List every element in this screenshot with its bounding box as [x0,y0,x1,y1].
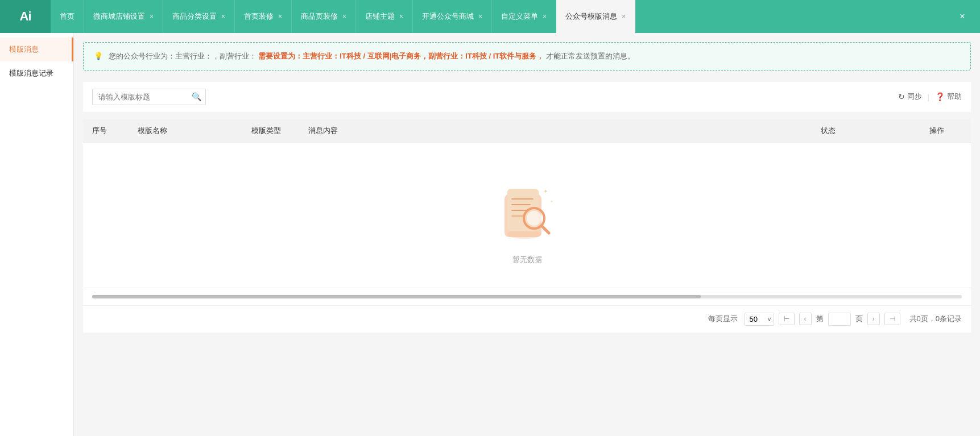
sidebar-item-template-msg[interactable]: 模版消息 [0,38,73,61]
tab-shop-settings-close[interactable]: × [150,13,154,20]
tab-template-msg-close[interactable]: × [622,13,626,20]
svg-point-8 [527,211,541,226]
th-content: 消息内容 [299,119,812,143]
table-header: 序号 模版名称 模版类型 消息内容 状态 操作 [83,119,971,143]
sync-icon: ↻ [898,92,905,101]
th-seq: 序号 [83,119,129,143]
th-status: 状态 [812,119,903,143]
notice-bar: 💡 您的公众号行业为：主营行业：，副营行业： 需要设置为：主营行业：IT科技 /… [83,42,971,70]
tab-product-decor-label: 商品页装修 [301,11,338,22]
help-button[interactable]: ❓ 帮助 [935,92,962,102]
search-bar: 🔍 ↻ 同步 | ❓ 帮助 [83,82,971,112]
th-action: 操作 [903,119,971,143]
th-name: 模版名称 [129,119,242,143]
empty-state: ✦ ✦ 暂无数据 [83,143,971,288]
sync-label: 同步 [907,92,922,102]
tab-product-decor-close[interactable]: × [342,13,346,20]
svg-text:✦: ✦ [543,188,548,194]
sidebar-item-template-msg-record-label: 模版消息记录 [9,69,53,77]
empty-illustration: ✦ ✦ [493,177,561,246]
tab-shop-settings-label: 微商城店铺设置 [93,11,145,22]
app-logo: Ai [0,0,51,33]
search-input-wrap: 🔍 [92,89,206,105]
sync-button[interactable]: ↻ 同步 [898,92,922,102]
main-content: 💡 您的公众号行业为：主营行业：，副营行业： 需要设置为：主营行业：IT科技 /… [74,33,980,436]
tab-home-decor-label: 首页装修 [244,11,274,22]
total-info: 共0页，0条记录 [909,314,962,324]
tab-home-decor[interactable]: 首页装修 × [235,0,292,33]
notice-highlight: 需要设置为：主营行业：IT科技 / 互联网|电子商务，副营行业：IT科技 / I… [258,52,544,60]
sidebar: 模版消息 模版消息记录 [0,33,74,436]
search-left: 🔍 [92,89,206,105]
tab-custom-menu-close[interactable]: × [543,13,547,20]
nav-tabs: 首页 微商城店铺设置 × 商品分类设置 × 首页装修 × 商品页装修 × 店铺主… [51,0,954,33]
top-nav: Ai 首页 微商城店铺设置 × 商品分类设置 × 首页装修 × 商品页装修 × … [0,0,980,33]
page-label: 第 [816,314,824,324]
notice-prefix: 您的公众号行业为：主营行业：，副营行业： [109,52,257,60]
scrollbar-track[interactable] [92,295,962,298]
notice-icon: 💡 [94,52,103,60]
sidebar-item-template-msg-record[interactable]: 模版消息记录 [0,61,73,85]
tab-open-shop[interactable]: 开通公众号商城 × [413,0,492,33]
divider: | [928,93,929,101]
tab-custom-menu[interactable]: 自定义菜单 × [492,0,556,33]
svg-line-9 [541,226,549,233]
help-label: 帮助 [947,92,962,102]
last-page-button[interactable]: ⊣ [884,313,900,325]
page-size-select-wrap: 50 10 20 100 [745,313,774,326]
scrollbar-thumb [92,295,701,298]
help-icon: ❓ [935,92,945,101]
tab-open-shop-close[interactable]: × [478,13,482,20]
prev-page-button[interactable]: ‹ [799,313,812,325]
pagination: 每页显示 50 10 20 100 ⊢ ‹ 第 1 页 › ⊣ 共0页，0条记录 [83,305,971,333]
current-page-input[interactable]: 1 [828,313,851,326]
page-unit: 页 [855,314,863,324]
page-size-label: 每页显示 [708,314,738,324]
tab-category-close[interactable]: × [221,13,225,20]
tab-home-decor-close[interactable]: × [278,13,282,20]
tab-home[interactable]: 首页 [51,0,84,33]
tab-shop-theme-close[interactable]: × [399,13,403,20]
tab-shop-theme-label: 店铺主题 [365,11,395,22]
sidebar-item-template-msg-label: 模版消息 [9,45,39,53]
first-page-button[interactable]: ⊢ [779,313,795,325]
tab-home-label: 首页 [60,11,75,22]
th-type: 模版类型 [242,119,299,143]
data-table: 序号 模版名称 模版类型 消息内容 状态 操作 [83,119,971,333]
tab-custom-menu-label: 自定义菜单 [501,11,538,22]
tab-product-decor[interactable]: 商品页装修 × [292,0,356,33]
search-input[interactable] [92,89,206,105]
scrollbar-area [83,288,971,305]
next-page-button[interactable]: › [867,313,880,325]
tab-category-settings[interactable]: 商品分类设置 × [163,0,235,33]
tab-template-msg-label: 公众号模版消息 [565,11,617,22]
tab-template-msg[interactable]: 公众号模版消息 × [556,0,635,33]
tab-category-label: 商品分类设置 [172,11,217,22]
search-right: ↻ 同步 | ❓ 帮助 [898,92,962,102]
global-close-button[interactable]: × [954,11,971,22]
search-icon[interactable]: 🔍 [192,92,201,101]
tab-shop-theme[interactable]: 店铺主题 × [356,0,413,33]
tab-open-shop-label: 开通公众号商城 [422,11,474,22]
main-layout: 模版消息 模版消息记录 💡 您的公众号行业为：主营行业：，副营行业： 需要设置为… [0,33,980,436]
svg-text:✦: ✦ [550,200,553,204]
notice-suffix: 才能正常发送预置的消息。 [546,52,635,60]
tab-shop-settings[interactable]: 微商城店铺设置 × [84,0,163,33]
page-size-select[interactable]: 50 10 20 100 [745,313,774,326]
empty-text: 暂无数据 [512,255,542,265]
